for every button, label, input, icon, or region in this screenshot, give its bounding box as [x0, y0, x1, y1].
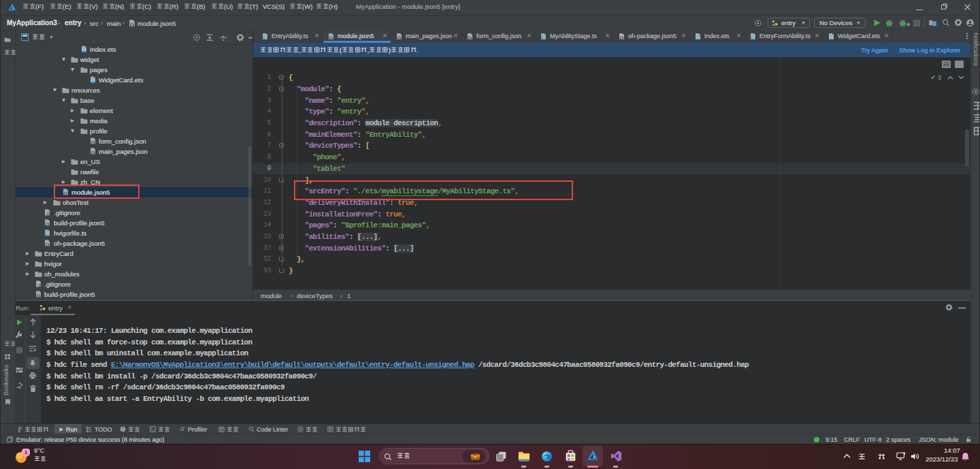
svg-text:1: 1: [24, 449, 27, 455]
